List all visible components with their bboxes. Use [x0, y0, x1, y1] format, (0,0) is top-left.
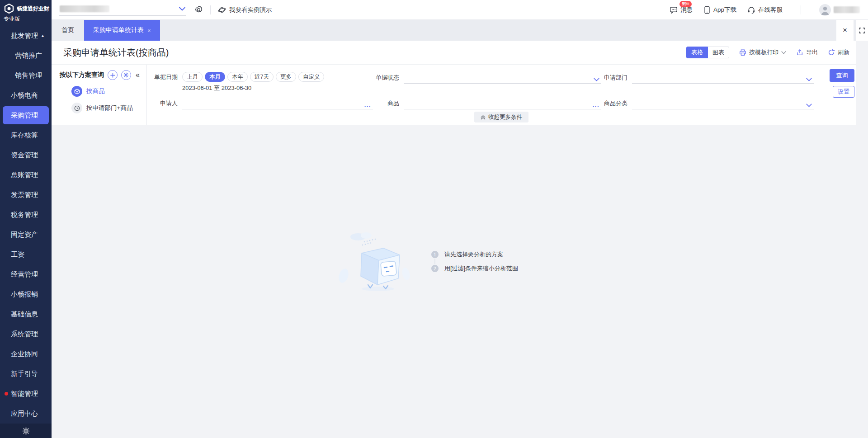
sidebar-item-label: 企业协同 — [11, 350, 38, 358]
sidebar-item-fixed-assets[interactable]: 固定资产 — [0, 225, 52, 245]
close-tab-icon[interactable]: × — [147, 27, 151, 34]
sidebar-item-label: 批发管理 — [11, 32, 38, 40]
collapse-more-filters-label: 收起更多条件 — [488, 113, 522, 121]
date-option-自定义[interactable]: 自定义 — [298, 72, 325, 82]
sidebar-item-xiaochang-expense[interactable]: 小畅报销 — [0, 284, 52, 304]
sidebar-item-beginner-guide[interactable]: 新手引导 — [0, 364, 52, 384]
sidebar-item-sales[interactable]: 销售管理 — [0, 66, 52, 85]
print-by-template-button[interactable]: 按模板打印 — [739, 48, 786, 57]
product-filter-label: 商品 — [373, 99, 399, 108]
department-select[interactable] — [632, 72, 814, 84]
sidebar-item-wholesale[interactable]: 批发管理▲ — [0, 26, 52, 46]
settings-gear-icon[interactable] — [22, 427, 30, 435]
view-toggle-table[interactable]: 表格 — [686, 47, 708, 58]
sidebar-item-payroll[interactable]: 工资 — [0, 245, 52, 264]
notification-dot — [5, 392, 8, 396]
chevron-down-icon — [594, 78, 599, 81]
sidebar-item-smart-management[interactable]: 智能管理 — [0, 384, 52, 404]
demo-link[interactable]: 我要看实例演示 — [218, 6, 272, 14]
online-support-button[interactable]: 在线客服 — [747, 6, 783, 14]
collapse-panel-icon[interactable]: « — [136, 71, 140, 79]
message-bubble-icon — [670, 6, 678, 14]
sidebar-item-inventory-accounting[interactable]: 库存核算 — [0, 125, 52, 145]
printer-icon — [739, 49, 746, 56]
brand-logo-icon — [4, 3, 14, 14]
more-options-icon[interactable]: ... — [364, 104, 371, 107]
app-download-button[interactable]: App下载 — [703, 6, 736, 14]
date-filter-label: 单据日期 — [151, 72, 178, 81]
company-selector[interactable] — [59, 4, 186, 16]
applicant-input[interactable]: ... — [182, 98, 373, 109]
search-button[interactable]: 查询 — [830, 69, 854, 82]
gear-icon[interactable] — [194, 5, 203, 14]
chevron-down-icon — [806, 78, 812, 81]
collapse-more-filters-button[interactable]: 收起更多条件 — [474, 112, 528, 122]
tab-purchase-request-stats[interactable]: 采购申请单统计表× — [84, 20, 160, 41]
date-option-更多[interactable]: 更多 — [276, 72, 296, 82]
scheme-by-product[interactable]: 按商品 — [60, 86, 143, 97]
export-button[interactable]: 导出 — [796, 48, 818, 57]
sidebar-item-operations[interactable]: 经营管理 — [0, 264, 52, 284]
refresh-icon — [828, 49, 835, 56]
export-icon — [796, 49, 803, 56]
sidebar-item-purchase[interactable]: 采购管理 — [3, 106, 49, 124]
sidebar-item-xiaochang-ecommerce[interactable]: 小畅电商 — [0, 85, 52, 105]
sidebar-item-system[interactable]: 系统管理 — [0, 324, 52, 344]
scheme-by-department-product[interactable]: 按申请部门+商品 — [60, 103, 143, 113]
status-select[interactable] — [404, 72, 601, 84]
sidebar-item-marketing[interactable]: 营销推广 — [0, 46, 52, 66]
print-by-template-label: 按模板打印 — [749, 48, 778, 57]
sidebar-item-invoice[interactable]: 发票管理 — [0, 185, 52, 205]
sidebar-item-label: 系统管理 — [11, 330, 38, 339]
user-account[interactable] — [819, 4, 860, 16]
sidebar-item-label: 小畅报销 — [11, 290, 38, 299]
date-option-本年[interactable]: 本年 — [227, 72, 248, 82]
sidebar-item-label: 小畅电商 — [11, 91, 38, 100]
close-icon: × — [843, 26, 847, 35]
sidebar-item-label: 营销推广 — [15, 52, 42, 60]
sidebar-item-funds[interactable]: 资金管理 — [0, 145, 52, 165]
date-range-value[interactable]: 2023-06-01 至 2023-06-30 — [182, 84, 324, 92]
sidebar-item-app-center[interactable]: 应用中心 — [0, 404, 52, 424]
cube-icon — [71, 86, 82, 97]
tab-list: 首页采购申请单统计表× — [52, 20, 160, 41]
step-text: 用[过滤]条件来缩小分析范围 — [444, 264, 518, 273]
avatar — [819, 4, 831, 16]
settings-button[interactable]: 设置 — [833, 86, 854, 98]
tab-label: 首页 — [61, 26, 74, 34]
category-select[interactable] — [632, 98, 814, 109]
empty-box-illustration — [338, 230, 410, 293]
close-tab-button[interactable]: × — [836, 20, 854, 41]
sidebar-item-label: 库存核算 — [11, 131, 38, 140]
view-toggle-chart[interactable]: 图表 — [708, 47, 729, 58]
date-option-近7天[interactable]: 近7天 — [250, 72, 274, 82]
sidebar-item-enterprise-collab[interactable]: 企业协同 — [0, 344, 52, 364]
scheme-label: 按商品 — [86, 87, 105, 95]
sidebar-item-tax[interactable]: 税务管理 — [0, 205, 52, 225]
tab-home[interactable]: 首页 — [52, 20, 84, 41]
sidebar-item-basic-info[interactable]: 基础信息 — [0, 304, 52, 324]
filter-form: 单据日期 上月本月本年近7天更多自定义 2023-06-01 至 2023-06… — [147, 65, 856, 125]
add-scheme-button[interactable] — [108, 70, 118, 80]
page-header: 采购申请单统计表(按商品) 表格 图表 — [52, 41, 856, 64]
sidebar-item-label: 采购管理 — [11, 111, 38, 120]
more-options-icon[interactable]: ... — [593, 104, 599, 107]
tab-label: 采购申请单统计表 — [93, 26, 144, 34]
messages-button[interactable]: 99+ 消息 — [670, 6, 693, 14]
scheme-label: 按申请部门+商品 — [86, 104, 132, 112]
chevron-down-icon — [179, 7, 185, 11]
date-option-本月[interactable]: 本月 — [205, 72, 225, 82]
tabbar-spacer — [160, 20, 836, 41]
scheme-settings-button[interactable] — [121, 70, 131, 80]
date-option-上月[interactable]: 上月 — [182, 72, 203, 82]
tab-bar: 首页采购申请单统计表× × — [52, 20, 868, 41]
sidebar-item-label: 税务管理 — [11, 211, 38, 219]
step-1: 1 请先选择要分析的方案 — [431, 250, 518, 259]
fullscreen-button[interactable] — [856, 20, 868, 41]
sidebar-item-general-ledger[interactable]: 总账管理 — [0, 165, 52, 185]
collapse-arrow-icon: ▲ — [41, 33, 45, 38]
product-input[interactable]: ... — [404, 98, 601, 109]
department-filter-label: 申请部门 — [601, 74, 627, 82]
clock-icon — [71, 103, 82, 113]
refresh-button[interactable]: 刷新 — [828, 48, 849, 57]
